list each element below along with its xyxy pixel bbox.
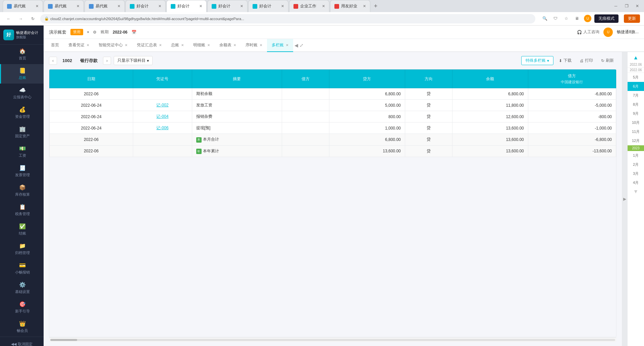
sidebar-item-close[interactable]: ✅ 结账 (0, 220, 44, 239)
browser-tab-2[interactable]: 易代账 ✕ (44, 0, 84, 12)
star-icon[interactable]: ☆ (562, 14, 570, 22)
tab-balance[interactable]: 余额表 ✕ (215, 39, 241, 52)
tab-close-voucher-summary[interactable]: ✕ (159, 43, 162, 47)
tab-close-smart-voucher[interactable]: ✕ (125, 43, 127, 47)
badge-dropdown-icon[interactable]: ▾ (87, 30, 89, 34)
reload-button[interactable]: ↻ (28, 14, 38, 23)
tab-close-sequence[interactable]: ✕ (260, 43, 262, 47)
download-button[interactable]: ⬇ 下载 (556, 56, 574, 65)
next-account-button[interactable]: › (103, 57, 111, 65)
voucher-link[interactable]: 记-006 (156, 126, 168, 130)
time-item-jul[interactable]: 7月 (628, 91, 644, 100)
browser-tab-8[interactable]: 企业工作 ✕ (289, 0, 329, 12)
collapse-tab-icon[interactable]: ◀ (294, 43, 298, 48)
tab-close-7[interactable]: ✕ (281, 4, 284, 8)
expand-tab-icon[interactable]: ⤢ (300, 43, 304, 48)
browser-tab-3[interactable]: 易代账 ✕ (85, 0, 125, 12)
voucher-link[interactable]: 记-002 (156, 103, 168, 107)
horizontal-scrollbar[interactable] (49, 337, 616, 342)
filter-dropdown[interactable]: 只显示下级科目 ▾ (114, 56, 153, 65)
side-collapse-button[interactable]: ▶ (622, 52, 627, 346)
sidebar-item-archive[interactable]: 📁 归档管理 (0, 239, 44, 259)
screen-icon[interactable]: 🖥 (573, 14, 581, 22)
tab-close-8[interactable]: ✕ (322, 4, 325, 8)
tab-sequence[interactable]: 序时账 ✕ (241, 39, 267, 52)
time-item-apr[interactable]: 4月 (628, 178, 644, 187)
time-item-may[interactable]: 5月 (628, 73, 644, 82)
voucher-link[interactable]: 记-004 (156, 114, 168, 119)
sidebar-item-tax[interactable]: 📋 税务管理 (0, 200, 44, 220)
minimize-button[interactable]: ─ (612, 2, 620, 10)
url-input[interactable]: 🔒 cloud2.chanjet.com/accounting/uh26t264… (40, 14, 535, 23)
sidebar-item-salary[interactable]: 💵 工资 (0, 142, 44, 161)
tab-multi-column[interactable]: 多栏账 ✕ (267, 39, 293, 52)
browser-tab-6[interactable]: 好会计 ✕ (207, 0, 248, 12)
sidebar-item-guide[interactable]: 🎯 新手引导 (0, 298, 44, 317)
tab-detail-ledger[interactable]: 明细账 ✕ (189, 39, 215, 52)
tab-close-4[interactable]: ✕ (158, 4, 161, 8)
browser-tab-7[interactable]: 好会计 ✕ (248, 0, 288, 12)
tab-view-voucher[interactable]: 查看凭证 ✕ (64, 39, 94, 52)
close-window-button[interactable]: ✕ (633, 2, 641, 10)
time-scroll-down-button[interactable]: ▼ (632, 187, 640, 196)
tab-close-6[interactable]: ✕ (240, 4, 243, 8)
time-item-sep[interactable]: 9月 (628, 109, 644, 118)
tab-close-1[interactable]: ✕ (36, 4, 39, 8)
settings-gear-icon[interactable]: ⚙ (93, 30, 97, 35)
time-item-dec[interactable]: 12月 (628, 136, 644, 145)
sidebar-item-funds[interactable]: 💰 资金管理 (0, 103, 44, 122)
update-button[interactable]: 更新 (624, 14, 640, 23)
tab-smart-voucher[interactable]: 智能凭证中心 ✕ (94, 39, 132, 52)
print-button[interactable]: 🖨 打印 (577, 56, 596, 65)
refresh-button[interactable]: ↻ 刷新 (598, 56, 616, 65)
sidebar-item-invoice[interactable]: 🧾 发票管理 (0, 161, 44, 181)
collapse-sidebar-button[interactable]: ◀◀ 取消固定 (3, 340, 41, 346)
sidebar-item-expense[interactable]: 💳 小畅报销 (0, 259, 44, 278)
tab-close-9[interactable]: ✕ (363, 4, 366, 8)
tab-close-view-voucher[interactable]: ✕ (87, 43, 89, 47)
sidebar-item-inventory[interactable]: 📦 库存核算 (0, 181, 44, 200)
sidebar-item-home[interactable]: 🏠 首页 (0, 45, 44, 64)
sidebar-item-settings[interactable]: ⚙️ 基础设置 (0, 278, 44, 298)
sidebar-item-assets[interactable]: 🏢 固定资产 (0, 122, 44, 142)
new-tab-button[interactable]: + (371, 1, 380, 11)
time-item-jan[interactable]: 1月 (628, 151, 644, 160)
stealth-mode-button[interactable]: 无痕模式 (594, 14, 619, 23)
special-multi-column-button[interactable]: 特殊多栏账 ▾ (521, 56, 553, 65)
tab-general-ledger[interactable]: 总账 ✕ (166, 39, 189, 52)
sidebar-item-ledger[interactable]: 📒 总账 (0, 64, 44, 84)
tab-close-detail-ledger[interactable]: ✕ (207, 43, 210, 47)
time-item-mar[interactable]: 3月 (628, 169, 644, 178)
window-controls: ─ ❐ ✕ (612, 2, 641, 10)
tab-close-general-ledger[interactable]: ✕ (181, 43, 184, 47)
browser-tab-5[interactable]: 好会计 ✕ (166, 0, 207, 12)
time-item-jun[interactable]: 6月 (628, 82, 644, 91)
prev-account-button[interactable]: ‹ (49, 57, 57, 65)
browser-tab-4[interactable]: 好会计 ✕ (125, 0, 166, 12)
search-icon[interactable]: 🔍 (541, 14, 549, 22)
tab-close-3[interactable]: ✕ (117, 4, 120, 8)
time-scroll-up-button[interactable]: ▲ (632, 53, 640, 62)
shield-icon[interactable]: 🛡 (551, 14, 559, 22)
time-item-feb[interactable]: 2月 (628, 160, 644, 169)
tab-voucher-summary[interactable]: 凭证汇总表 ✕ (132, 39, 166, 52)
person-icon[interactable]: U (584, 14, 592, 22)
back-button[interactable]: ← (4, 14, 13, 23)
calendar-icon[interactable]: 📅 (131, 30, 137, 35)
time-item-nov[interactable]: 11月 (628, 127, 644, 136)
tab-close-5[interactable]: ✕ (199, 4, 202, 8)
browser-tab-9[interactable]: 用友好业 ✕ (330, 0, 370, 12)
tab-close-2[interactable]: ✕ (76, 4, 79, 8)
sidebar-item-reports[interactable]: ☁️ 云报表中心 (0, 84, 44, 103)
forward-button[interactable]: → (16, 14, 25, 23)
tab-close-balance[interactable]: ✕ (233, 43, 236, 47)
tab-close-multi-column[interactable]: ✕ (286, 43, 288, 47)
tab-home[interactable]: 首页 (46, 39, 64, 52)
scroll-thumb[interactable] (50, 339, 77, 341)
consult-button[interactable]: 🎧 人工咨询 (577, 29, 599, 35)
sidebar-item-member[interactable]: 👑 畅会员 (0, 317, 44, 337)
time-item-aug[interactable]: 8月 (628, 100, 644, 109)
maximize-button[interactable]: ❐ (623, 2, 631, 10)
time-item-oct[interactable]: 10月 (628, 118, 644, 127)
browser-tab-1[interactable]: 易代账 ✕ (3, 0, 43, 12)
